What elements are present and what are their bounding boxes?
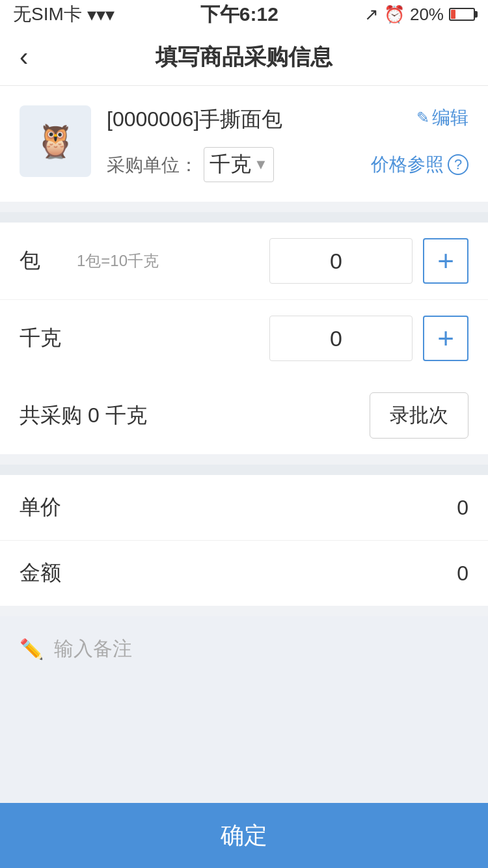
price-ref-button[interactable]: 价格参照 ? xyxy=(371,152,468,177)
product-info: [0000006]手撕面包 ✎ 编辑 采购单位： 千克 ▼ 价格参照 ? xyxy=(107,105,468,182)
bag-label: 包 xyxy=(20,247,72,275)
pencil-icon: ✏️ xyxy=(20,638,44,660)
unit-price-label: 单价 xyxy=(20,493,61,522)
status-carrier: 无SIM卡 ▾▾▾ xyxy=(13,2,115,27)
note-section[interactable]: ✏️ 输入备注 xyxy=(0,616,488,682)
quantity-section: 包 1包=10千克 + 千克 + xyxy=(0,223,488,377)
bag-row: 包 1包=10千克 + xyxy=(0,223,488,300)
unit-selector: 采购单位： 千克 ▼ xyxy=(107,147,274,182)
bag-input-wrapper: + xyxy=(159,238,468,284)
location-icon: ↗ xyxy=(364,5,379,25)
unit-price-value: 0 xyxy=(457,496,468,520)
batch-button[interactable]: 录批次 xyxy=(370,392,468,439)
carrier-text: 无SIM卡 xyxy=(13,2,82,27)
summary-unit: 千克 xyxy=(105,403,147,427)
alarm-icon: ⏰ xyxy=(384,5,405,25)
bag-plus-button[interactable]: + xyxy=(423,238,468,284)
amount-value: 0 xyxy=(457,562,468,586)
unit-value: 千克 xyxy=(210,150,251,179)
price-ref-label: 价格参照 xyxy=(371,152,444,177)
confirm-bar[interactable]: 确定 xyxy=(0,803,488,868)
unit-label: 采购单位： xyxy=(107,155,198,175)
kg-plus-button[interactable]: + xyxy=(423,316,468,361)
back-button[interactable]: ‹ xyxy=(20,42,28,72)
amount-row: 金额 0 xyxy=(0,541,488,606)
summary-section: 共采购 0 千克 录批次 xyxy=(0,377,488,454)
section-divider-2 xyxy=(0,465,488,475)
main-content: 🦉 [0000006]手撕面包 ✎ 编辑 采购单位： 千克 ▼ xyxy=(0,86,488,868)
battery-icon xyxy=(449,8,475,21)
summary-label: 共采购 xyxy=(20,403,82,427)
unit-select[interactable]: 千克 ▼ xyxy=(204,147,274,182)
kg-input-wrapper: + xyxy=(72,316,468,361)
status-right-group: ↗ ⏰ 20% xyxy=(364,5,475,25)
product-name: [0000006]手撕面包 xyxy=(107,105,282,134)
product-card: 🦉 [0000006]手撕面包 ✎ 编辑 采购单位： 千克 ▼ xyxy=(0,86,488,202)
bag-quantity-input[interactable] xyxy=(269,238,413,284)
wifi-signal-icon: ▾▾▾ xyxy=(87,4,115,25)
kg-row: 千克 + xyxy=(0,300,488,377)
summary-text: 共采购 0 千克 xyxy=(20,401,147,430)
note-placeholder: 输入备注 xyxy=(54,636,132,662)
product-unit-row: 采购单位： 千克 ▼ 价格参照 ? xyxy=(107,147,468,182)
status-bar: 无SIM卡 ▾▾▾ 下午6:12 ↗ ⏰ 20% xyxy=(0,0,488,29)
product-logo: 🦉 xyxy=(35,125,75,157)
status-time: 下午6:12 xyxy=(200,1,278,28)
confirm-label: 确定 xyxy=(221,820,267,852)
edit-label: 编辑 xyxy=(432,105,468,130)
bag-sub-label: 1包=10千克 xyxy=(77,251,159,271)
unit-price-row: 单价 0 xyxy=(0,475,488,541)
page-title: 填写商品采购信息 xyxy=(156,42,332,72)
kg-quantity-input[interactable] xyxy=(269,316,413,361)
kg-label: 千克 xyxy=(20,324,72,353)
battery-pct: 20% xyxy=(410,5,444,25)
price-section: 单价 0 金额 0 xyxy=(0,475,488,606)
nav-bar: ‹ 填写商品采购信息 xyxy=(0,29,488,86)
amount-label: 金额 xyxy=(20,559,61,588)
edit-icon: ✎ xyxy=(416,109,429,127)
product-image: 🦉 xyxy=(20,105,91,177)
section-divider-1 xyxy=(0,212,488,223)
help-icon: ? xyxy=(448,154,468,175)
summary-value: 0 xyxy=(88,403,100,427)
product-title-row: [0000006]手撕面包 ✎ 编辑 xyxy=(107,105,468,134)
chevron-down-icon: ▼ xyxy=(254,156,268,173)
edit-button[interactable]: ✎ 编辑 xyxy=(416,105,468,130)
